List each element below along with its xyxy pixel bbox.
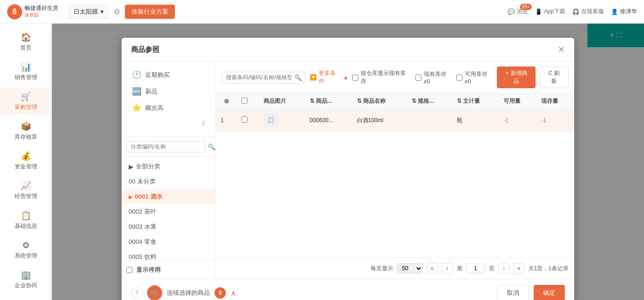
filter-arrow: ▲ <box>343 74 349 81</box>
category-00[interactable]: 00 未分类 <box>122 174 215 189</box>
sidebar-item-system[interactable]: ⚙ 系统管理 <box>0 236 51 264</box>
row-spec <box>407 109 452 132</box>
category-list: ▶ 全部分类 00 未分类 ▶ 0001 酒水 0002 茶 <box>122 157 215 260</box>
app-download-nav[interactable]: 📱 App下载 <box>535 8 565 16</box>
category-0002-label: 0002 茶叶 <box>129 208 157 216</box>
row-stock: -1 <box>537 109 574 132</box>
user-nav[interactable]: 👤 徐泽华 <box>611 8 637 16</box>
main-content: ✕ ⛶ 商品参照 ✕ <box>52 24 644 300</box>
select-all-checkbox[interactable] <box>241 98 248 104</box>
cancel-button[interactable]: 取消 <box>497 285 529 300</box>
col-available-header: 可用量 <box>499 93 537 109</box>
row-image: 🖼 <box>259 109 305 132</box>
question-mark-icon: ? <box>135 290 139 296</box>
per-page-select[interactable]: 50 10 20 100 <box>397 263 423 274</box>
quick-access-area: 🕐 近期购买 🆕 新品 ⭐ 频次高 <box>122 62 215 137</box>
next-page-button[interactable]: › <box>498 263 510 274</box>
current-stock-checkbox-group: 现有库存≠0 <box>415 70 453 85</box>
brand-name: 畅捷通好生意 <box>25 5 58 12</box>
enterprise-icon: 🏢 <box>21 270 31 280</box>
sidebar-item-basic-info[interactable]: 📋 基础信息 <box>0 207 51 234</box>
username-label: 徐泽华 <box>620 8 637 16</box>
sidebar-item-inventory[interactable]: 📦 库存核算 <box>0 117 51 145</box>
show-disabled-checkbox[interactable] <box>126 267 132 273</box>
help-icon-button[interactable]: ? <box>131 287 142 299</box>
left-panel-bottom: 显示停用 <box>122 260 215 279</box>
sidebar-item-finance[interactable]: 💰 资金管理 <box>0 147 51 175</box>
first-page-button[interactable]: « <box>427 263 438 274</box>
warehouse-stock-label: 按仓库显示现有库存 <box>361 69 411 85</box>
col-spec-header[interactable]: ⇅ 规格... <box>407 93 452 109</box>
confirm-button[interactable]: 确定 <box>534 285 565 300</box>
nav-right: 💬 消息 99+ 📱 App下载 🎧 在线客服 👤 徐泽华 <box>508 8 637 16</box>
sidebar-item-home[interactable]: 🏠 首页 <box>0 28 51 56</box>
col-code-header[interactable]: ⇅ 商品... <box>305 93 352 109</box>
logo-area: 6 畅捷通好生意 捷易版 <box>7 4 64 19</box>
last-page-button[interactable]: » <box>513 263 525 274</box>
col-settings-header[interactable]: ⚙ <box>216 93 237 109</box>
category-search-input[interactable] <box>126 141 206 152</box>
refresh-button[interactable]: C 刷新 <box>539 67 569 88</box>
more-filter-button[interactable]: 🔽 更多条件 ▲ <box>310 69 348 85</box>
cart-button[interactable]: 🛒 <box>147 285 162 300</box>
product-search-input[interactable] <box>226 74 292 81</box>
col-stock-header: 现存量 <box>537 93 574 109</box>
row-num: 1 <box>216 109 237 132</box>
footer-right-buttons: 取消 确定 <box>497 285 565 300</box>
current-stock-checkbox[interactable] <box>415 75 421 81</box>
col-unit-header[interactable]: ⇅ 主计量 <box>452 93 499 109</box>
category-00-label: 00 未分类 <box>129 177 156 186</box>
collapse-left-panel[interactable]: 《 <box>126 116 211 132</box>
store-selector[interactable]: 日太阳膜 ▾ <box>68 5 109 19</box>
product-search-bar: 🔍 <box>222 72 306 83</box>
search-icon[interactable]: 🔍 <box>294 74 302 81</box>
category-0002[interactable]: 0002 茶叶 <box>122 204 215 219</box>
toolbar-right-buttons: + 新增商品 C 刷新 <box>497 67 569 88</box>
page-suffix: 页 <box>489 265 495 273</box>
col-name-header[interactable]: ⇅ 商品名称 <box>352 93 407 109</box>
add-product-button[interactable]: + 新增商品 <box>497 67 536 88</box>
category-0001[interactable]: ▶ 0001 酒水 <box>122 189 215 204</box>
home-icon: 🏠 <box>21 32 31 42</box>
quick-item-recent[interactable]: 🕐 近期购买 <box>126 67 211 83</box>
page-number-input[interactable] <box>466 264 485 273</box>
col-checkbox-header[interactable] <box>237 93 259 109</box>
sidebar-item-guide[interactable]: 🎯 新手引导 <box>0 296 51 300</box>
trial-button[interactable]: 体验行业方案 <box>125 5 175 19</box>
row-code: 000600... <box>305 109 352 132</box>
sidebar-item-sales[interactable]: 📊 销售管理 <box>0 58 51 85</box>
settings-icon[interactable]: ⚙ <box>114 7 120 16</box>
sidebar-item-enterprise[interactable]: 🏢 企业协同 <box>0 266 51 293</box>
quick-item-frequent[interactable]: ⭐ 频次高 <box>126 100 211 116</box>
available-stock-label: 可用库存≠0 <box>465 70 494 85</box>
left-panel: 🕐 近期购买 🆕 新品 ⭐ 频次高 <box>122 62 216 279</box>
recent-icon: 🕐 <box>132 70 141 79</box>
sidebar-item-management[interactable]: 📈 经营管理 <box>0 177 51 204</box>
show-disabled-label: 显示停用 <box>136 266 161 274</box>
table-row[interactable]: 1 🖼 000600... 白酒100ml <box>216 109 574 132</box>
messages-nav[interactable]: 💬 消息 99+ <box>508 8 528 16</box>
recent-label: 近期购买 <box>145 71 170 79</box>
modal-footer: ? 🛒 连续选择的商品 0 ∧ 取消 确定 <box>122 279 574 300</box>
category-search-icon[interactable]: 🔍 <box>208 143 215 150</box>
img-placeholder: 🖼 <box>267 117 274 124</box>
warehouse-stock-checkbox[interactable] <box>352 75 358 81</box>
sidebar-basic-info-label: 基础信息 <box>15 222 37 230</box>
sidebar-item-purchase[interactable]: 🛒 采购管理 <box>0 88 51 115</box>
category-0005[interactable]: 0005 饮料 <box>122 250 215 260</box>
cat0001-arrow: ▶ <box>129 194 132 200</box>
continuous-select-label: 连续选择的商品 <box>167 289 210 297</box>
quick-item-new[interactable]: 🆕 新品 <box>126 83 211 100</box>
prev-page-button[interactable]: ‹ <box>442 263 453 274</box>
row-checkbox[interactable] <box>237 109 259 132</box>
product-table-container: ⚙ 商品图片 ⇅ 商品... <box>216 93 574 258</box>
modal-close-button[interactable]: ✕ <box>558 44 565 55</box>
category-all[interactable]: ▶ 全部分类 <box>122 159 215 174</box>
online-service-label: 在线客服 <box>581 8 604 16</box>
category-0003[interactable]: 0003 水果 <box>122 219 215 234</box>
available-stock-checkbox[interactable] <box>456 75 462 81</box>
collapse-left-icon: 《 <box>198 120 205 127</box>
footer-collapse-arrow[interactable]: ∧ <box>231 289 236 298</box>
category-0004[interactable]: 0004 零食 <box>122 234 215 250</box>
online-service-nav[interactable]: 🎧 在线客服 <box>572 8 604 16</box>
